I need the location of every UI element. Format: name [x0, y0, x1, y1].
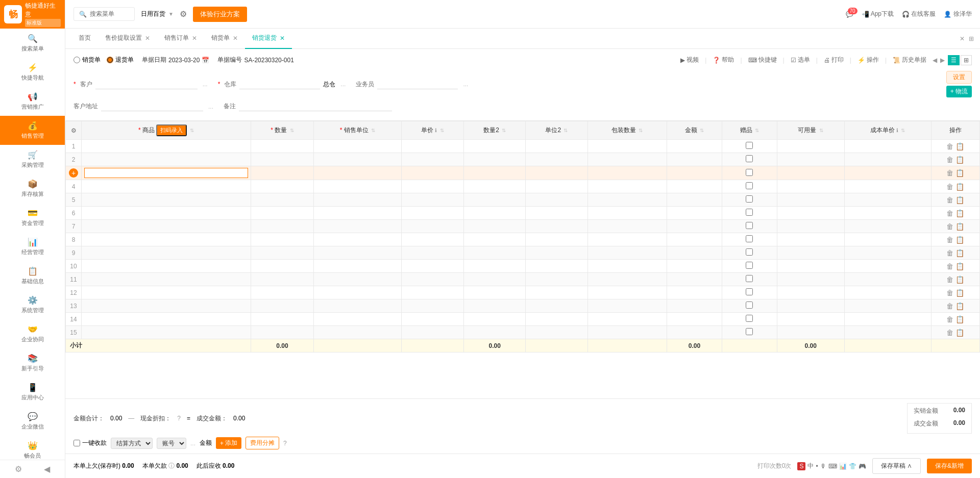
- delete-row-icon[interactable]: 🗑: [946, 183, 953, 191]
- help-btn[interactable]: ❓ 帮助: [709, 54, 737, 66]
- delete-row-icon[interactable]: 🗑: [946, 142, 953, 150]
- dots-account[interactable]: ...: [190, 440, 195, 447]
- row-available[interactable]: [777, 326, 844, 339]
- row-unit-price[interactable]: [401, 193, 463, 207]
- row-sales-unit[interactable]: [314, 153, 401, 166]
- address-dots[interactable]: ...: [208, 103, 213, 110]
- row-quantity2[interactable]: [464, 140, 526, 153]
- row-cost-price[interactable]: [844, 286, 931, 299]
- unit2-sort-icon[interactable]: ⇅: [564, 128, 568, 133]
- tab-sales-return-close[interactable]: ✕: [280, 35, 285, 42]
- row-sales-unit[interactable]: [314, 233, 401, 246]
- copy-active-row-icon[interactable]: 📋: [955, 169, 964, 177]
- row-available[interactable]: [777, 260, 844, 273]
- gift-checkbox[interactable]: [746, 275, 753, 282]
- row-sales-unit[interactable]: [314, 313, 401, 326]
- row-sales-unit[interactable]: [314, 140, 401, 153]
- sunit-sort-icon[interactable]: ⇅: [371, 128, 375, 133]
- row-quantity2[interactable]: [464, 153, 526, 166]
- copy-row-icon[interactable]: 📋: [955, 222, 964, 231]
- row-quantity[interactable]: [251, 140, 314, 153]
- row-product[interactable]: [82, 180, 251, 193]
- row-unit2[interactable]: [526, 299, 587, 313]
- row-quantity2[interactable]: [464, 299, 526, 313]
- row-unit2-active[interactable]: [526, 166, 587, 180]
- row-available[interactable]: [777, 233, 844, 246]
- input-icon-6[interactable]: 👕: [849, 463, 856, 470]
- remark-input[interactable]: [239, 102, 392, 111]
- avail-sort-icon[interactable]: ⇅: [819, 128, 823, 133]
- row-unit2[interactable]: [526, 246, 587, 260]
- app-download-btn[interactable]: 📲 App下载: [862, 10, 894, 18]
- copy-row-icon[interactable]: 📋: [955, 329, 964, 337]
- row-sales-unit-active[interactable]: [314, 166, 401, 180]
- row-quantity2[interactable]: [464, 286, 526, 299]
- row-cost-price[interactable]: [844, 140, 931, 153]
- one-click-payment-label[interactable]: 一键收款: [74, 439, 107, 447]
- row-sales-unit[interactable]: [314, 286, 401, 299]
- radio-return[interactable]: [107, 57, 113, 63]
- row-amount[interactable]: [667, 193, 722, 207]
- row-product[interactable]: [82, 260, 251, 273]
- row-unit-price[interactable]: [401, 313, 463, 326]
- cost-sort-icon[interactable]: ⇅: [901, 128, 905, 133]
- copy-row-icon[interactable]: 📋: [955, 289, 964, 297]
- price-sort-icon[interactable]: ⇅: [440, 128, 444, 133]
- save-new-btn[interactable]: 保存&新增: [927, 459, 972, 473]
- qty2-sort-icon[interactable]: ⇅: [502, 128, 506, 133]
- row-amount[interactable]: [667, 233, 722, 246]
- row-pkg-qty-active[interactable]: [587, 166, 667, 180]
- row-pkg-qty[interactable]: [587, 286, 667, 299]
- row-quantity2[interactable]: [464, 220, 526, 233]
- sidebar-item-marketing[interactable]: 📢 营销推广: [0, 87, 65, 116]
- row-amount[interactable]: [667, 180, 722, 193]
- product-sort-icon[interactable]: ⇅: [190, 128, 194, 133]
- input-icon-7[interactable]: 🎮: [859, 463, 866, 470]
- sidebar-collapse-icon[interactable]: ◀: [44, 464, 50, 474]
- row-sales-unit[interactable]: [314, 207, 401, 220]
- row-product-active[interactable]: [82, 166, 251, 180]
- add-payment-btn[interactable]: + 添加: [216, 437, 241, 449]
- row-unit-price[interactable]: [401, 260, 463, 273]
- row-unit2[interactable]: [526, 180, 587, 193]
- tab-sales-return[interactable]: 销货退货 ✕: [245, 29, 292, 49]
- unit-price-info-icon[interactable]: ℹ: [435, 128, 437, 133]
- tab-expand-icon[interactable]: ⊞: [969, 35, 974, 42]
- help-discount-icon[interactable]: ?: [177, 415, 181, 422]
- row-available[interactable]: [777, 207, 844, 220]
- row-amount[interactable]: [667, 260, 722, 273]
- row-cost-price[interactable]: [844, 299, 931, 313]
- row-cost-price-active[interactable]: [844, 166, 931, 180]
- row-unit-price[interactable]: [401, 207, 463, 220]
- copy-row-icon[interactable]: 📋: [955, 275, 964, 284]
- row-available[interactable]: [777, 313, 844, 326]
- row-cost-price[interactable]: [844, 326, 931, 339]
- input-icon-2[interactable]: •: [816, 463, 818, 470]
- salesperson-dots[interactable]: ...: [463, 81, 468, 88]
- row-product[interactable]: [82, 299, 251, 313]
- row-unit2[interactable]: [526, 140, 587, 153]
- row-unit2[interactable]: [526, 326, 587, 339]
- row-unit2[interactable]: [526, 260, 587, 273]
- row-product[interactable]: [82, 140, 251, 153]
- row-amount[interactable]: [667, 140, 722, 153]
- message-button[interactable]: 💬 70: [846, 11, 853, 18]
- row-unit2[interactable]: [526, 233, 587, 246]
- gift-checkbox[interactable]: [746, 195, 753, 203]
- select-btn[interactable]: ☑ 选单: [788, 54, 813, 66]
- sidebar-item-operations[interactable]: 📊 经营管理: [0, 232, 65, 261]
- row-cost-price[interactable]: [844, 207, 931, 220]
- qty-sort-icon[interactable]: ⇅: [290, 128, 294, 133]
- view-list-icon[interactable]: ☰: [948, 55, 960, 65]
- row-available[interactable]: [777, 180, 844, 193]
- sidebar-item-shortcut[interactable]: ⚡ 快捷导航: [0, 58, 65, 87]
- tab-home[interactable]: 首页: [71, 29, 98, 49]
- tab-sales-delivery-close[interactable]: ✕: [233, 35, 238, 42]
- view-grid-icon[interactable]: ⊞: [961, 55, 972, 65]
- add-logistics-btn[interactable]: + 物流: [946, 86, 972, 97]
- delete-row-icon[interactable]: 🗑: [946, 275, 953, 284]
- row-unit-price[interactable]: [401, 326, 463, 339]
- row-amount[interactable]: [667, 207, 722, 220]
- delete-row-icon[interactable]: 🗑: [946, 289, 953, 297]
- row-amount[interactable]: [667, 153, 722, 166]
